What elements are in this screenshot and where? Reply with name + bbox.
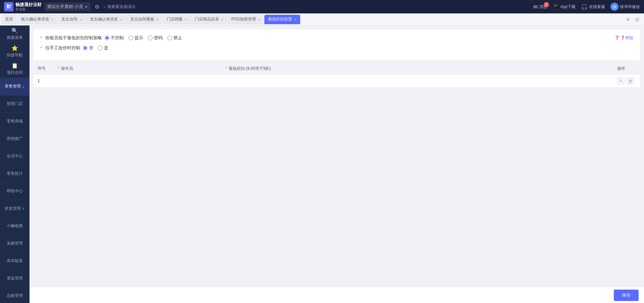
radio-prompt[interactable]: 提示 xyxy=(128,35,143,41)
tab-payment-board[interactable]: 支出合同看板 × xyxy=(126,15,162,24)
radio-no[interactable]: 否 xyxy=(83,45,93,51)
tab-home-label: 首页 xyxy=(5,16,13,22)
edit-button[interactable]: ✎ xyxy=(617,77,625,85)
sidebar-item-online-store[interactable]: 零售商城 xyxy=(0,113,30,130)
demo-circle-icon: ○ xyxy=(103,4,106,9)
radio-no-control[interactable]: 不控制 xyxy=(105,35,124,41)
discount-table: 序号 * 操作员 * 最低折扣 (9.00等于9折) 操作 xyxy=(34,63,640,88)
sidebar-item-batch[interactable]: 批发管理 ▼ xyxy=(0,200,30,217)
tab-store-file-label: 门店档案 xyxy=(167,16,183,22)
table-row: 1 ✎ 🗑 xyxy=(34,74,640,88)
tab-payment-confirm-close[interactable]: × xyxy=(120,17,122,21)
main-layout: 🔍 搜索菜单 ⭐ 快捷导航 📋 项目合同 零售管理 ▲ 智慧门店 零售商城 营销… xyxy=(0,26,644,303)
radio-yes-input[interactable] xyxy=(98,46,103,50)
sidebar-item-help[interactable]: 帮助中心 xyxy=(0,183,30,200)
logo-area: 财 畅捷通好业财 专业版 xyxy=(4,2,42,11)
user-info[interactable]: 徐 徐泽华修改 xyxy=(610,3,640,11)
sidebar-item-marketing[interactable]: 营销推广 xyxy=(0,130,30,148)
header-settings-button[interactable]: ⚙ xyxy=(93,2,101,11)
support-icon: 🎧 xyxy=(581,4,588,10)
tab-store-product-close[interactable]: × xyxy=(221,17,223,21)
sidebar-item-purchase[interactable]: 采购管理 xyxy=(0,235,30,252)
logo-text: 畅捷通好业财 专业版 xyxy=(15,2,42,11)
save-button[interactable]: 保存 xyxy=(614,290,639,301)
demo-link-text: 我要看实例演示 xyxy=(107,4,136,10)
sidebar-item-ecommerce[interactable]: 小畅电商 xyxy=(0,217,30,235)
radio-prompt-input[interactable] xyxy=(128,36,133,40)
radio-prompt-label: 提示 xyxy=(135,35,143,41)
tab-min-discount-close[interactable]: × xyxy=(294,17,296,21)
discount-strategy-label: 收银员低于最低折扣控制策略 xyxy=(45,35,102,41)
radio-forbid-input[interactable] xyxy=(167,36,172,40)
th-discount-label: 最低折扣 (9.00等于9折) xyxy=(229,66,271,71)
sidebar-item-project[interactable]: 📋 项目合同 xyxy=(0,60,30,78)
tab-store-file[interactable]: 门店档案 × xyxy=(163,15,191,24)
project-selector[interactable]: 测试分开票程-小兄 ▼ xyxy=(44,2,91,11)
logo-icon: 财 xyxy=(4,2,13,11)
radio-yes-label: 是 xyxy=(104,45,108,51)
sidebar-item-shortcut[interactable]: ⭐ 快捷导航 xyxy=(0,43,30,60)
message-button[interactable]: ✉ 消息 8 xyxy=(533,4,547,10)
radio-no-control-input[interactable] xyxy=(105,36,109,40)
search-icon: 🔍 xyxy=(11,28,18,34)
sidebar-marketing-label: 营销推广 xyxy=(7,136,23,142)
radio-yes[interactable]: 是 xyxy=(98,45,108,51)
td-operator xyxy=(54,74,221,88)
sidebar-item-member[interactable]: 会员中心 xyxy=(0,148,30,165)
support-button[interactable]: 🎧 在线客服 xyxy=(581,4,605,10)
message-badge: 8 xyxy=(544,2,549,7)
tab-store-product[interactable]: 门店商品目录 × xyxy=(191,15,227,24)
help-link[interactable]: ❓ ❓帮助 xyxy=(614,35,633,41)
sidebar-item-search[interactable]: 🔍 搜索菜单 xyxy=(0,26,30,43)
edit-icon: ✎ xyxy=(619,79,623,84)
sidebar-inventory-label: 库存核算 xyxy=(7,258,23,264)
help-icon: ❓ xyxy=(614,36,620,40)
tab-bar: 首页 收入确认单历史 × 支出合同 × 支出确认单历史 × 支出合同看板 × 门… xyxy=(0,13,644,26)
tab-min-discount[interactable]: 最低折扣设置 × xyxy=(264,15,300,24)
radio-password-label: 密码 xyxy=(154,35,163,41)
footer-bar: 保存 xyxy=(30,287,644,303)
content-area: * 收银员低于最低折扣控制策略 不控制 提示 密码 xyxy=(30,26,644,303)
project-name: 测试分开票程-小兄 xyxy=(47,4,83,10)
th-discount-star: * xyxy=(225,66,227,71)
tab-income-confirm[interactable]: 收入确认单历史 × xyxy=(17,15,57,24)
tab-payment-contract-label: 支出合同 xyxy=(61,16,77,22)
tab-close-current-button[interactable]: ✕ xyxy=(624,16,632,23)
tab-payment-contract[interactable]: 支出合同 × xyxy=(58,15,85,24)
tab-income-confirm-close[interactable]: × xyxy=(51,17,53,21)
tab-pos-encrypt-close[interactable]: × xyxy=(258,17,260,21)
sidebar-item-inventory[interactable]: 库存核算 xyxy=(0,252,30,270)
tab-payment-confirm-label: 支出确认单历史 xyxy=(90,16,118,22)
sidebar-retail-label: 零售管理 xyxy=(5,84,21,89)
sidebar-item-smart-store[interactable]: 智慧门店 xyxy=(0,95,30,113)
tab-pos-encrypt[interactable]: POS加密管理 × xyxy=(228,15,264,24)
tab-more-button[interactable]: ⊡ xyxy=(633,16,641,23)
sidebar-item-retail[interactable]: 零售管理 ▲ xyxy=(0,78,30,95)
sidebar-retail-stats-label: 零售统计 xyxy=(7,171,23,176)
tab-home[interactable]: 首页 xyxy=(1,15,17,24)
radio-forbid[interactable]: 禁止 xyxy=(167,35,182,41)
support-label: 在线客服 xyxy=(589,4,605,10)
tab-store-file-close[interactable]: × xyxy=(185,17,187,21)
batch-arrow-icon: ▼ xyxy=(22,207,25,210)
tab-min-discount-label: 最低折扣设置 xyxy=(268,16,292,22)
sidebar-item-retail-stats[interactable]: 零售统计 xyxy=(0,165,30,183)
manual-required-star: * xyxy=(40,46,42,51)
manual-control-row: * 仅手工改价时控制 否 是 xyxy=(40,45,633,51)
sidebar-item-ledger[interactable]: 总账管理 xyxy=(0,287,30,303)
delete-icon: 🗑 xyxy=(628,79,633,84)
sidebar-item-finance[interactable]: 资金管理 xyxy=(0,270,30,287)
tab-payment-confirm[interactable]: 支出确认单历史 × xyxy=(86,15,126,24)
sidebar: 🔍 搜索菜单 ⭐ 快捷导航 📋 项目合同 零售管理 ▲ 智慧门店 零售商城 营销… xyxy=(0,26,30,303)
delete-button[interactable]: 🗑 xyxy=(627,77,634,85)
tab-payment-contract-close[interactable]: × xyxy=(79,17,82,21)
tab-payment-board-close[interactable]: × xyxy=(156,17,158,21)
radio-password-input[interactable] xyxy=(148,36,153,40)
radio-no-input[interactable] xyxy=(83,46,88,50)
radio-password[interactable]: 密码 xyxy=(148,35,163,41)
header-right: ✉ 消息 8 📱 App下载 🎧 在线客服 徐 徐泽华修改 xyxy=(533,3,640,11)
sidebar-online-store-label: 零售商城 xyxy=(7,118,23,124)
retail-arrow-icon: ▲ xyxy=(22,85,25,88)
demo-link[interactable]: ○ 我要看实例演示 xyxy=(103,4,135,10)
app-download-button[interactable]: 📱 App下载 xyxy=(552,4,576,10)
